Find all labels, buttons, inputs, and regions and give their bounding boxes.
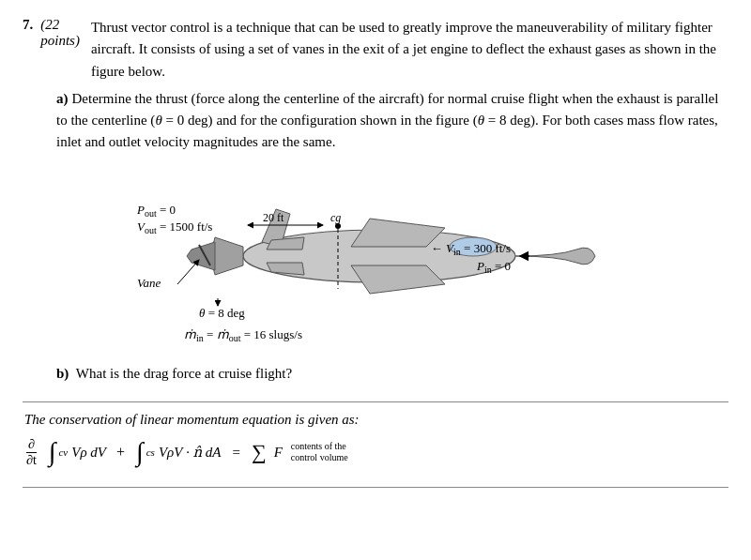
force-symbol: F [274, 445, 283, 461]
force-label: contents of the control volume [291, 441, 348, 463]
part-a-label: a) [56, 91, 69, 106]
integral-cv: ∫ cv Vρ dV [48, 439, 106, 465]
svg-text:Pin = 0: Pin = 0 [476, 259, 511, 275]
part-a-block: a)Determine the thrust (force along the … [56, 88, 728, 154]
part-a-text: Determine the thrust (force along the ce… [56, 91, 718, 150]
problem-number: 7. [23, 17, 33, 83]
svg-text:← Vin = 300 ft/s: ← Vin = 300 ft/s [431, 241, 511, 257]
svg-point-12 [335, 223, 341, 229]
svg-text:cg: cg [330, 211, 341, 224]
svg-text:Pout = 0: Pout = 0 [136, 203, 176, 219]
bottom-divider [23, 487, 728, 488]
section-divider [23, 401, 728, 402]
problem-container: 7. (22 points) Thrust vector control is … [23, 17, 728, 488]
part-b-text: What is the drag force at cruise flight? [76, 366, 292, 381]
momentum-equation: ∂ ∂t ∫ cv Vρ dV + ∫ cs VρV · n̂ dA = ∑ F… [24, 437, 728, 468]
partial-fraction: ∂ ∂t [24, 437, 38, 468]
problem-header: 7. (22 points) Thrust vector control is … [23, 17, 728, 83]
plus-sign: + [116, 444, 125, 461]
equals-sign: = [232, 445, 239, 461]
svg-text:Vane: Vane [137, 276, 161, 290]
svg-text:Vout = 1500 ft/s: Vout = 1500 ft/s [137, 219, 212, 235]
part-b-label: b) [56, 366, 69, 381]
svg-text:ṁin = ṁout = 16 slugs/s: ṁin = ṁout = 16 slugs/s [184, 327, 302, 343]
problem-points: (22 points) [40, 17, 80, 83]
integral-cs: ∫ cs VρV · n̂ dA [135, 439, 221, 465]
part-b-block: b) What is the drag force at cruise flig… [56, 363, 728, 385]
svg-text:θ = 8 deg: θ = 8 deg [199, 306, 245, 320]
figure-area: Vane Pout = 0 Vout = 1500 ft/s 20 ft [79, 167, 605, 350]
sum-symbol: ∑ [252, 440, 267, 464]
solution-intro: The conservation of linear momentum equa… [24, 412, 728, 428]
svg-line-4 [177, 260, 199, 284]
aircraft-figure: Vane Pout = 0 Vout = 1500 ft/s 20 ft [79, 167, 605, 350]
problem-intro: Thrust vector control is a technique tha… [91, 17, 728, 83]
svg-text:20 ft: 20 ft [263, 211, 284, 224]
